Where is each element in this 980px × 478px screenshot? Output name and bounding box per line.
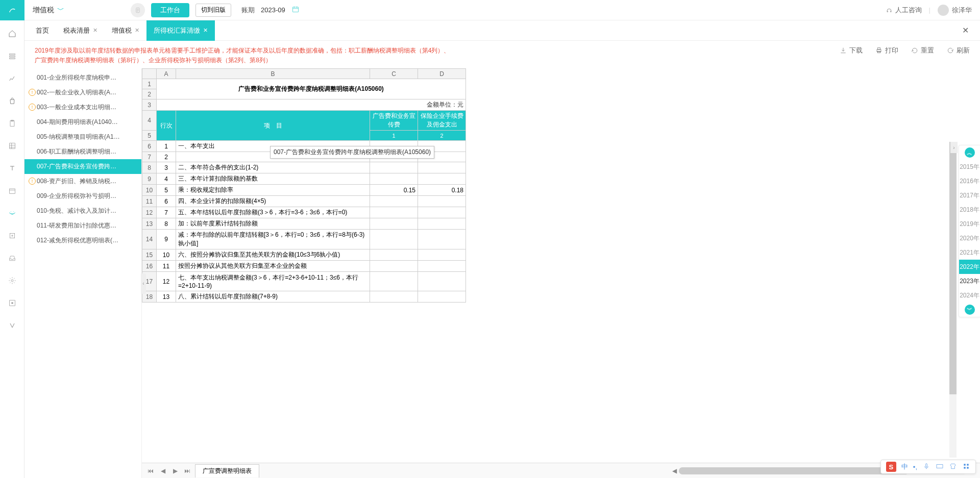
form-list-item[interactable]: 010-免税、减计收入及加计… [24,204,141,218]
value-cell[interactable] [370,261,418,272]
smile-icon[interactable] [0,204,24,222]
form-list-item[interactable]: 005-纳税调整项目明细表(A1… [24,130,141,144]
print-button[interactable]: 打印 [875,46,898,55]
sheet-last-button[interactable]: ⏭ [183,467,192,474]
inbox-icon[interactable] [0,249,24,267]
sheet-first-button[interactable]: ⏮ [146,467,155,474]
item-cell[interactable]: 二、本年符合条件的支出(1-2) [176,162,370,173]
form-list-item[interactable]: 001-企业所得税年度纳税申… [24,70,141,85]
form-list-item[interactable]: 004-期间费用明细表(A1040… [24,115,141,130]
ime-skin-icon[interactable] [949,462,957,472]
list-icon[interactable] [0,47,24,65]
value-cell[interactable] [418,196,466,207]
value-cell[interactable]: 0.18 [418,185,466,196]
year-item[interactable]: 2017年 [959,188,980,203]
value-cell[interactable] [418,173,466,185]
reset-button[interactable]: 重置 [911,46,934,55]
sheet-prev-button[interactable]: ◀ [158,467,167,474]
tab-tax-list[interactable]: 税表清册✕ [56,20,105,41]
period-value[interactable]: 2023-09 [261,6,285,14]
sheet-tab[interactable]: 广宣费调整明细表 [195,464,259,477]
value-cell[interactable] [370,218,418,230]
form-list-item[interactable]: 003-一般企业成本支出明细… [24,100,141,115]
year-up-button[interactable]: ︽ [965,147,975,158]
item-cell[interactable]: 五、本年结转以后年度扣除额(3＞6，本行=3-6；3≤6，本行=0) [176,207,370,218]
chart-icon[interactable] [0,69,24,88]
value-cell[interactable] [370,272,418,291]
value-cell[interactable] [418,230,466,249]
clipboard-icon[interactable] [0,114,24,133]
form-list-item[interactable]: 009-企业所得税弥补亏损明… [24,189,141,204]
consult-link[interactable]: 人工咨询 [885,6,922,15]
value-cell[interactable] [370,230,418,249]
value-cell[interactable]: 0.15 [370,185,418,196]
table-icon[interactable] [0,137,24,155]
item-cell[interactable]: 乘：税收规定扣除率 [176,185,370,196]
year-item[interactable]: 2020年 [959,231,980,245]
ime-keyboard-icon[interactable] [936,462,944,472]
value-cell[interactable] [418,218,466,230]
doc-icon-button[interactable] [131,3,145,17]
form-list-item[interactable]: 007-广告费和业务宣传费跨… [24,159,141,174]
year-item[interactable]: 2021年 [959,245,980,260]
close-icon[interactable]: ✕ [93,27,97,34]
tab-income-tax[interactable]: 所得税汇算清缴✕ [146,20,215,41]
ime-mic-icon[interactable] [922,462,930,472]
spreadsheet[interactable]: ABCD 1广告费和业务宣传费跨年度纳税调整明细表(A105060) 2 3金额… [142,68,980,463]
value-cell[interactable] [370,207,418,218]
value-cell[interactable] [418,249,466,261]
close-icon[interactable]: ✕ [203,27,208,34]
year-item[interactable]: 2019年 [959,217,980,231]
value-cell[interactable] [418,162,466,173]
item-cell[interactable]: 六、按照分摊协议归集至其他关联方的金额(10≤3与6孰小值) [176,249,370,261]
year-item[interactable]: 2022年 [959,260,980,274]
year-item[interactable]: 2024年 [959,288,980,303]
export-icon[interactable] [0,227,24,245]
item-cell[interactable]: 减：本年扣除的以前年度结转额[3＞6，本行=0；3≤6，本行=8与(6-3)孰小… [176,230,370,249]
workbench-button[interactable]: 工作台 [151,3,189,17]
value-cell[interactable] [370,196,418,207]
calendar-icon[interactable] [0,182,24,200]
value-cell[interactable] [418,207,466,218]
v-icon[interactable] [0,316,24,335]
item-cell[interactable]: 按照分摊协议从其他关联方归集至本企业的金额 [176,261,370,272]
refresh-button[interactable]: 刷新 [946,46,970,55]
vertical-scrollbar[interactable] [949,142,957,458]
calendar-small-icon[interactable] [291,5,300,15]
bag-icon[interactable] [0,92,24,110]
tab-home[interactable]: 首页 [29,20,56,41]
ime-lang[interactable]: 中 [901,462,908,471]
value-cell[interactable] [370,173,418,185]
value-cell[interactable] [418,272,466,291]
user-menu[interactable]: 徐泽华 [938,5,972,16]
ime-bar[interactable]: S 中 •, [880,460,976,474]
value-cell[interactable] [418,291,466,303]
year-item[interactable]: 2023年 [959,274,980,288]
value-cell[interactable] [418,261,466,272]
sheet-next-button[interactable]: ▶ [170,467,180,474]
form-list-item[interactable]: 012-减免所得税优惠明细表(… [24,233,141,248]
item-cell[interactable]: 八、累计结转以后年度扣除额(7+8-9) [176,291,370,303]
value-cell[interactable] [370,291,418,303]
form-list-item[interactable]: 002-一般企业收入明细表(A… [24,85,141,100]
year-item[interactable]: 2016年 [959,174,980,188]
expand-chevron-icon[interactable]: › [950,142,958,153]
gear-icon[interactable] [0,271,24,290]
tab-vat[interactable]: 增值税✕ [105,20,146,41]
value-cell[interactable] [370,249,418,261]
form-list-item[interactable]: 011-研发费用加计扣除优惠… [24,218,141,233]
home-icon[interactable] [0,24,24,43]
tabs-close-all[interactable]: ✕ [955,26,976,35]
item-cell[interactable]: 加：以前年度累计结转扣除额 [176,218,370,230]
form-list-item[interactable]: 006-职工薪酬纳税调整明细… [24,144,141,159]
play-icon[interactable] [0,294,24,312]
item-cell[interactable]: 四、本企业计算的扣除限额(4×5) [176,196,370,207]
item-cell[interactable]: 三、本年计算扣除限额的基数 [176,173,370,185]
year-item[interactable]: 2018年 [959,203,980,217]
download-button[interactable]: 下载 [839,46,863,55]
old-version-button[interactable]: 切到旧版 [195,4,231,17]
year-down-button[interactable]: ︾ [965,305,975,315]
ime-punct-icon[interactable]: •, [913,463,917,471]
text-icon[interactable] [0,159,24,178]
company-dropdown[interactable]: 增值税 ﹀ [33,6,125,15]
